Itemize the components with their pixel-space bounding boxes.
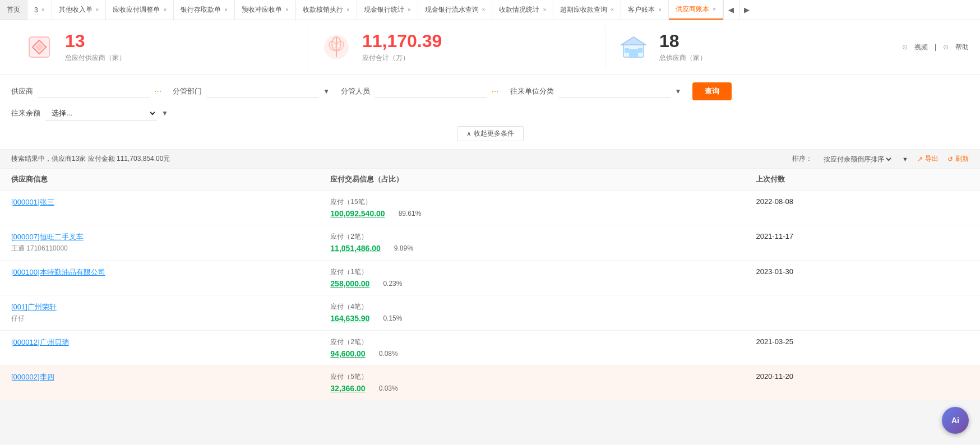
chevron-up-icon: ∧ [466, 130, 471, 138]
tx-amount[interactable]: 94,600.00 [330, 349, 365, 358]
stat-card-payable-suppliers: 13 总应付供应商（家） [11, 26, 308, 68]
nav-tab-supplier-ledger[interactable]: 供应商账本 × [669, 0, 723, 20]
export-button[interactable]: ↗ 导出 [917, 154, 939, 164]
close-icon[interactable]: × [224, 7, 228, 13]
tx-row: 100,092,540.00 89.61% [330, 209, 756, 218]
supplier-name-link[interactable]: [000002]李四 [11, 372, 330, 382]
last-pay: 2023-01-30 [756, 267, 969, 276]
sort-select[interactable]: 按应付余额倒序排序 [821, 155, 893, 164]
table-row[interactable]: [000002]李四 应付（5笔） 32,366.00 0.03% 2020-1… [0, 365, 980, 400]
supplier-dots[interactable]: ··· [154, 86, 161, 96]
supplier-name-link[interactable]: [001]广州荣轩 [11, 302, 330, 312]
balance-field: 往来余额 选择... ▼ [11, 106, 168, 120]
dept-field: 分管部门 ▼ [173, 85, 330, 98]
person-input[interactable] [375, 85, 487, 98]
nav-tab-ar-ap-adjust[interactable]: 应收应付调整单 × [106, 0, 174, 20]
circle-icon2: ⊙ [943, 43, 949, 51]
close-icon[interactable]: × [611, 7, 614, 13]
nav-tab-3[interactable]: 3 × [27, 0, 52, 20]
tx-amount[interactable]: 258,000.00 [330, 279, 369, 288]
balance-select[interactable]: 选择... [45, 106, 157, 120]
tx-row: 94,600.00 0.08% [330, 349, 756, 358]
supplier-info: [000002]李四 [11, 372, 330, 382]
tx-label: 应付（5笔） [330, 372, 756, 382]
nav-tab-cash-bank-flow[interactable]: 现金银行流水查询 × [418, 0, 493, 20]
search-button[interactable]: 查询 [692, 82, 732, 100]
svg-marker-9 [621, 37, 646, 45]
stats-bar: 13 总应付供应商（家） 11,170.39 应付合计（万） [0, 20, 980, 75]
supplier-sub: 仔仔 [11, 314, 330, 323]
table-row[interactable]: [000012]广州贝瑞 应付（2笔） 94,600.00 0.08% 2021… [0, 331, 980, 365]
top-navigation: 首页 3 × 其他收入单 × 应收应付调整单 × 银行存取款单 × 预收冲应收单… [0, 0, 980, 20]
supplier-table: 供应商信息 应付交易信息（占比） 上次付数 [000001]张三 应付（15笔）… [0, 169, 980, 400]
close-icon[interactable]: × [285, 7, 289, 13]
tx-amount[interactable]: 100,092,540.00 [330, 209, 385, 218]
nav-tab-overdue-ar[interactable]: 超期应收款查询 × [553, 0, 621, 20]
wheat-icon [320, 30, 353, 64]
help-link[interactable]: 帮助 [955, 43, 969, 52]
supplier-name-link[interactable]: [000001]张三 [11, 197, 330, 207]
tx-amount[interactable]: 11,051,486.00 [330, 244, 381, 253]
supplier-input[interactable] [38, 85, 150, 98]
nav-tab-collection-verify[interactable]: 收款核销执行 × [296, 0, 357, 20]
transaction-info: 应付（1笔） 258,000.00 0.23% [330, 267, 756, 288]
supplier-name-link[interactable]: [000012]广州贝瑞 [11, 337, 330, 347]
nav-next-arrow[interactable]: ▶ [739, 0, 755, 20]
store-icon [617, 30, 650, 64]
nav-tab-bank-deposit[interactable]: 银行存取款单 × [174, 0, 235, 20]
category-dropdown-icon[interactable]: ▼ [675, 87, 682, 95]
table-row[interactable]: [000100]本特勤油品有限公司 应付（1笔） 258,000.00 0.23… [0, 261, 980, 295]
close-icon[interactable]: × [41, 7, 45, 13]
table-row[interactable]: [000001]张三 应付（15笔） 100,092,540.00 89.61%… [0, 191, 980, 225]
tx-percent: 89.61% [399, 210, 422, 217]
dept-dropdown-icon[interactable]: ▼ [323, 87, 330, 95]
transaction-info: 应付（5笔） 32,366.00 0.03% [330, 372, 756, 393]
tx-label: 应付（15笔） [330, 197, 756, 207]
nav-tab-home[interactable]: 首页 [0, 0, 27, 20]
close-icon[interactable]: × [346, 7, 350, 13]
close-icon[interactable]: × [163, 7, 167, 13]
close-icon[interactable]: × [96, 7, 99, 13]
supplier-name-link[interactable]: [000007]恒旺二手叉车 [11, 232, 330, 242]
nav-tab-other-income[interactable]: 其他收入单 × [52, 0, 107, 20]
nav-tab-prepay-offset[interactable]: 预收冲应收单 × [235, 0, 296, 20]
category-input[interactable] [558, 85, 671, 98]
stat-card-total-suppliers: 18 总供应商（家） [605, 26, 902, 68]
stat-info-total-suppliers: 18 总供应商（家） [659, 31, 706, 63]
table-row[interactable]: [001]广州荣轩 仔仔 应付（4笔） 164,635.90 0.15% [0, 295, 980, 331]
close-icon[interactable]: × [482, 7, 486, 13]
collapse-button[interactable]: ∧ 收起更多条件 [457, 126, 524, 141]
supplier-field: 供应商 ··· [11, 85, 161, 98]
supplier-sub: 王通 17106110000 [11, 244, 330, 253]
transaction-info: 应付（2笔） 11,051,486.00 9.89% [330, 232, 756, 253]
circle-icon: ⊙ [902, 43, 908, 51]
dept-input[interactable] [206, 85, 318, 98]
tx-amount[interactable]: 32,366.00 [330, 384, 365, 393]
tx-row: 11,051,486.00 9.89% [330, 244, 756, 253]
person-dots[interactable]: ··· [491, 86, 498, 96]
nav-tab-cash-bank-stat[interactable]: 现金银行统计 × [357, 0, 418, 20]
balance-label: 往来余额 [11, 108, 40, 118]
refresh-button[interactable]: ↺ 刷新 [947, 154, 969, 164]
sort-dropdown-icon[interactable]: ▼ [902, 156, 908, 163]
close-icon[interactable]: × [543, 7, 546, 13]
nav-tab-collection-stat[interactable]: 收款情况统计 × [492, 0, 553, 20]
supplier-name-link[interactable]: [000100]本特勤油品有限公司 [11, 267, 330, 277]
supplier-info: [000012]广州贝瑞 [11, 337, 330, 347]
close-icon[interactable]: × [408, 7, 411, 13]
table-row[interactable]: [000007]恒旺二手叉车 王通 17106110000 应付（2笔） 11,… [0, 225, 980, 261]
dept-label: 分管部门 [173, 86, 202, 96]
nav-tab-customer-ledger[interactable]: 客户账本 × [621, 0, 669, 20]
tx-amount[interactable]: 164,635.90 [330, 314, 369, 323]
balance-dropdown-icon[interactable]: ▼ [161, 109, 168, 117]
video-link[interactable]: 视频 [914, 43, 928, 52]
close-icon[interactable]: × [713, 6, 716, 12]
last-pay: 2021-11-17 [756, 232, 969, 240]
result-summary: 搜索结果中，供应商13家 应付金额 111,703,854.00元 [11, 154, 170, 164]
tx-percent: 0.08% [379, 350, 398, 358]
tx-label: 应付（2笔） [330, 337, 756, 347]
total-suppliers-number: 18 [659, 31, 706, 51]
nav-prev-arrow[interactable]: ◀ [723, 0, 739, 20]
close-icon[interactable]: × [658, 7, 662, 13]
tx-label: 应付（1笔） [330, 267, 756, 277]
